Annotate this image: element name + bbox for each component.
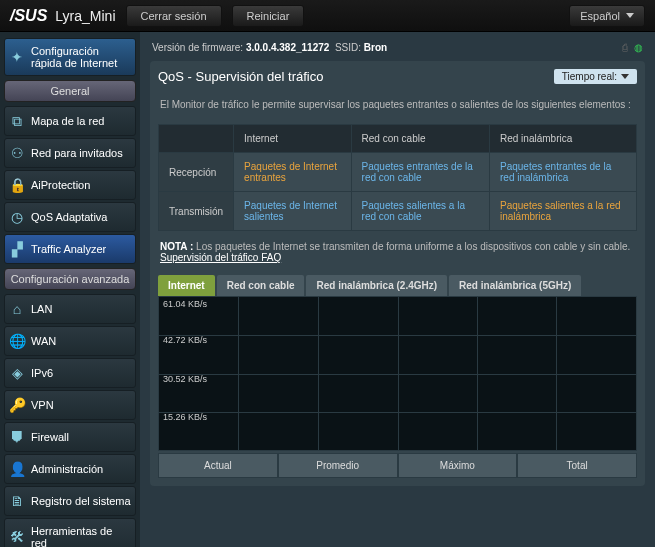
model-name: Lyra_Mini <box>55 8 115 24</box>
ssid-label: SSID: <box>335 42 361 53</box>
tab-internet[interactable]: Internet <box>158 275 215 296</box>
traffic-summary-table: Internet Red con cable Red inalámbrica R… <box>158 124 637 231</box>
tab-wired[interactable]: Red con cable <box>217 275 305 296</box>
sidebar-item-label: Red para invitados <box>31 147 123 159</box>
sidebar-item-traffic-analyzer[interactable]: ▞Traffic Analyzer <box>4 234 136 264</box>
sidebar-item-network-map[interactable]: ⧉Mapa de la red <box>4 106 136 136</box>
y-tick-2: 30.52 KB/s <box>163 374 207 384</box>
sidebar-item-administration[interactable]: 👤Administración <box>4 454 136 484</box>
sidebar-item-ipv6[interactable]: ◈IPv6 <box>4 358 136 388</box>
col-wireless: Red inalámbrica <box>490 125 637 153</box>
traffic-tabs: Internet Red con cable Red inalámbrica (… <box>158 275 637 296</box>
tab-wireless-5[interactable]: Red inalámbrica (5GHz) <box>449 275 581 296</box>
logout-button[interactable]: Cerrar sesión <box>126 5 222 27</box>
link-tx-internet[interactable]: Paquetes de Internet salientes <box>244 200 337 222</box>
stats-row: Actual Promedio Máximo Total <box>158 453 637 478</box>
realtime-label: Tiempo real: <box>562 71 617 82</box>
tab-wireless-24[interactable]: Red inalámbrica (2.4GHz) <box>306 275 447 296</box>
sidebar-item-wan[interactable]: 🌐WAN <box>4 326 136 356</box>
top-bar: /SUS Lyra_Mini Cerrar sesión Reiniciar E… <box>0 0 655 32</box>
link-rx-wired[interactable]: Paquetes entrantes de la red con cable <box>362 161 473 183</box>
sidebar-item-label: Configuración rápida de Internet <box>31 45 131 69</box>
vpn-icon: 🔑 <box>9 397 25 413</box>
sidebar-item-guest-network[interactable]: ⚇Red para invitados <box>4 138 136 168</box>
admin-icon: 👤 <box>9 461 25 477</box>
note-block: NOTA : Los paquetes de Internet se trans… <box>158 235 637 269</box>
y-tick-1: 42.72 KB/s <box>163 335 207 345</box>
usb-status-icon[interactable]: ⎙ <box>622 42 628 53</box>
main-content: Versión de firmware: 3.0.0.4.382_11272 S… <box>140 32 655 547</box>
link-tx-wireless[interactable]: Paquetes salientes a la red inalámbrica <box>500 200 621 222</box>
sidebar-item-label: Firewall <box>31 431 69 443</box>
sidebar-item-label: Mapa de la red <box>31 115 104 127</box>
panel-title-row: QoS - Supervisión del tráfico Tiempo rea… <box>158 69 637 90</box>
stat-total: Total <box>517 453 637 478</box>
guest-icon: ⚇ <box>9 145 25 161</box>
panel-description: El Monitor de tráfico le permite supervi… <box>158 90 637 120</box>
row-rx: Recepción <box>159 153 234 192</box>
tools-icon: 🛠 <box>9 529 25 545</box>
sidebar-group-advanced: Configuración avanzada <box>4 268 136 290</box>
traffic-chart: 61.04 KB/s 42.72 KB/s 30.52 KB/s 15.26 K… <box>158 296 637 451</box>
globe-icon: 🌐 <box>9 333 25 349</box>
firewall-icon: ⛊ <box>9 429 25 445</box>
traffic-panel: QoS - Supervisión del tráfico Tiempo rea… <box>150 61 645 486</box>
ipv6-icon: ◈ <box>9 365 25 381</box>
chevron-down-icon <box>626 13 634 18</box>
chart-grid <box>159 297 636 450</box>
sidebar-item-network-tools[interactable]: 🛠Herramientas de red <box>4 518 136 547</box>
stat-average: Promedio <box>278 453 398 478</box>
col-internet: Internet <box>234 125 351 153</box>
reboot-button[interactable]: Reiniciar <box>232 5 305 27</box>
note-text: Los paquetes de Internet se transmiten d… <box>196 241 630 252</box>
stat-actual: Actual <box>158 453 278 478</box>
y-tick-3: 15.26 KB/s <box>163 412 207 422</box>
link-tx-wired[interactable]: Paquetes salientes a la red con cable <box>362 200 465 222</box>
shield-icon: 🔒 <box>9 177 25 193</box>
chevron-down-icon <box>621 74 629 79</box>
map-icon: ⧉ <box>9 113 25 129</box>
sidebar-item-label: QoS Adaptativa <box>31 211 107 223</box>
note-label: NOTA : <box>160 241 193 252</box>
sidebar-item-firewall[interactable]: ⛊Firewall <box>4 422 136 452</box>
sidebar-item-lan[interactable]: ⌂LAN <box>4 294 136 324</box>
link-rx-wireless[interactable]: Paquetes entrantes de la red inalámbrica <box>500 161 611 183</box>
log-icon: 🗎 <box>9 493 25 509</box>
firmware-version: 3.0.0.4.382_11272 <box>246 42 329 53</box>
sidebar-item-label: Traffic Analyzer <box>31 243 106 255</box>
home-icon: ⌂ <box>9 301 25 317</box>
gauge-icon: ◷ <box>9 209 25 225</box>
sidebar-item-label: LAN <box>31 303 52 315</box>
stat-max: Máximo <box>398 453 518 478</box>
brand-logo: /SUS <box>10 7 47 25</box>
sidebar-item-qos[interactable]: ◷QoS Adaptativa <box>4 202 136 232</box>
realtime-selector[interactable]: Tiempo real: <box>554 69 637 84</box>
language-selector[interactable]: Español <box>569 5 645 27</box>
panel-title: QoS - Supervisión del tráfico <box>158 69 323 84</box>
connection-status-icon[interactable]: ◍ <box>634 42 643 53</box>
sidebar-item-label: Herramientas de red <box>31 525 131 547</box>
row-tx: Transmisión <box>159 192 234 231</box>
sidebar-item-vpn[interactable]: 🔑VPN <box>4 390 136 420</box>
y-tick-0: 61.04 KB/s <box>163 299 207 309</box>
sidebar-item-label: Administración <box>31 463 103 475</box>
sidebar-item-label: VPN <box>31 399 54 411</box>
firmware-label: Versión de firmware: <box>152 42 243 53</box>
sidebar-item-label: AiProtection <box>31 179 90 191</box>
sidebar-item-label: Registro del sistema <box>31 495 131 507</box>
link-rx-internet[interactable]: Paquetes de Internet entrantes <box>244 161 337 183</box>
firmware-info-line: Versión de firmware: 3.0.0.4.382_11272 S… <box>150 38 645 57</box>
sidebar-item-quick-setup[interactable]: ✦ Configuración rápida de Internet <box>4 38 136 76</box>
ssid-value: Bron <box>364 42 387 53</box>
sidebar-item-aiprotection[interactable]: 🔒AiProtection <box>4 170 136 200</box>
sidebar-item-system-log[interactable]: 🗎Registro del sistema <box>4 486 136 516</box>
sidebar-group-general: General <box>4 80 136 102</box>
faq-link[interactable]: Supervisión del tráfico FAQ <box>160 252 281 263</box>
col-wired: Red con cable <box>351 125 489 153</box>
sidebar: ✦ Configuración rápida de Internet Gener… <box>0 32 140 547</box>
language-label: Español <box>580 10 620 22</box>
sidebar-item-label: WAN <box>31 335 56 347</box>
sidebar-item-label: IPv6 <box>31 367 53 379</box>
chart-icon: ▞ <box>9 241 25 257</box>
wand-icon: ✦ <box>9 49 25 65</box>
